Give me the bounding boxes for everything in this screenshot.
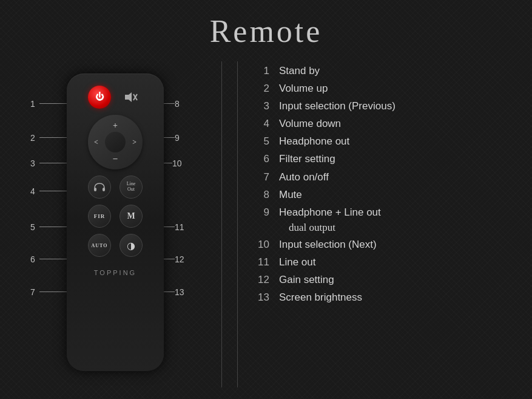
svg-rect-3	[94, 188, 96, 191]
headphone-button[interactable]	[88, 176, 111, 199]
svg-marker-0	[125, 92, 132, 102]
legend-item-3: 3 Input selection (Previous)	[256, 100, 508, 113]
legend-section: 1 Stand by 2 Volume up 3 Input selection…	[237, 61, 514, 387]
legend-item-7: 7 Auto on/off	[256, 171, 508, 184]
fir-button[interactable]: FIR	[88, 205, 111, 228]
remote-section: 1 2 3 4 5 6 7 8 9	[18, 61, 212, 387]
legend-item-2: 2 Volume up	[256, 82, 508, 95]
volume-up-button[interactable]: +	[113, 121, 118, 131]
legend-item-8: 8 Mute	[256, 188, 508, 202]
brand-label: TOPPING	[94, 269, 136, 276]
prev-input-button[interactable]: <	[94, 138, 98, 147]
label-5: 5	[30, 222, 35, 232]
next-input-button[interactable]: >	[132, 138, 136, 147]
legend-item-1: 1 Stand by	[256, 64, 508, 78]
m-button[interactable]: M	[120, 205, 143, 228]
legend-item-6: 6 Filter setting	[256, 152, 508, 166]
legend-item-9b: dual output	[256, 222, 508, 234]
label-2: 2	[30, 133, 35, 143]
legend-item-10: 10 Input selection (Next)	[256, 238, 508, 251]
brightness-button[interactable]: ◑	[120, 234, 143, 257]
label-7: 7	[30, 287, 35, 297]
lineout-button[interactable]: LineOut	[120, 176, 143, 199]
row-auto-brightness: AUTO ◑	[73, 234, 158, 257]
row-1: ⏻	[73, 86, 158, 109]
label-11: 11	[175, 222, 184, 232]
label-4: 4	[30, 186, 35, 196]
label-8: 8	[175, 99, 180, 109]
label-9: 9	[175, 133, 180, 143]
label-12: 12	[175, 254, 184, 264]
nav-circle[interactable]: + – < >	[88, 115, 143, 169]
page-title: Remote	[0, 0, 532, 49]
legend-item-4: 4 Volume down	[256, 117, 508, 131]
legend-item-11: 11 Line out	[256, 256, 508, 269]
nav-center	[105, 132, 126, 152]
mute-button[interactable]	[120, 86, 143, 109]
row-fir-m: FIR M	[73, 205, 158, 228]
row-headphone: LineOut	[73, 176, 158, 199]
remote-body: ⏻ + – < >	[67, 73, 164, 371]
label-13: 13	[175, 287, 184, 297]
label-3: 3	[30, 159, 35, 168]
content-area: 1 2 3 4 5 6 7 8 9	[0, 49, 532, 394]
label-10: 10	[172, 159, 182, 168]
power-button[interactable]: ⏻	[88, 86, 111, 109]
volume-down-button[interactable]: –	[113, 154, 118, 163]
svg-rect-4	[103, 188, 105, 191]
legend-item-9: 9 Headphone + Line out	[256, 206, 508, 219]
legend-item-13: 13 Screen brightness	[256, 291, 508, 304]
legend-item-12: 12 Gain setting	[256, 273, 508, 287]
legend-item-5: 5 Headphone out	[256, 135, 508, 148]
auto-button[interactable]: AUTO	[88, 234, 111, 257]
label-6: 6	[30, 254, 35, 264]
label-1: 1	[30, 99, 35, 109]
